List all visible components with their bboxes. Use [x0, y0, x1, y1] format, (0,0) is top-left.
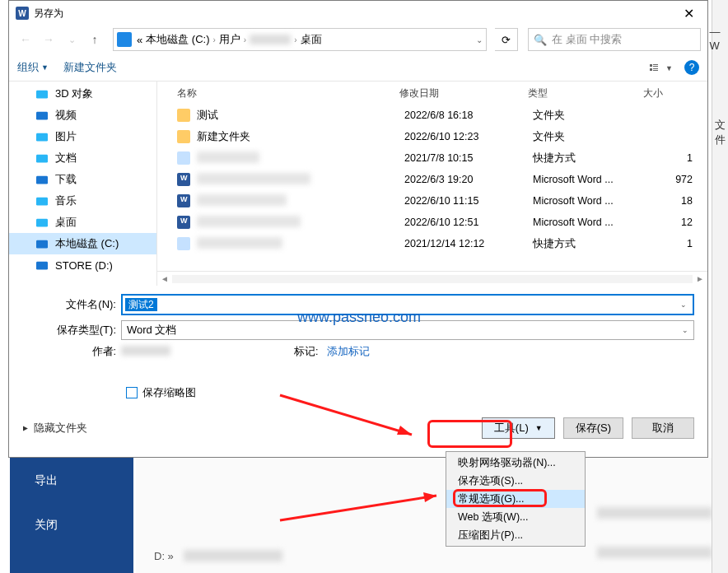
shortcut-icon	[177, 151, 190, 165]
crumb-3[interactable]: 桌面	[301, 32, 322, 47]
menu-item[interactable]: 保存选项(S)...	[446, 472, 585, 490]
help-button[interactable]: ?	[684, 60, 699, 75]
tag-label: 标记:	[294, 345, 327, 359]
svg-rect-4	[653, 68, 658, 69]
nav-up[interactable]: ↑	[85, 30, 105, 49]
nav-back[interactable]: ←	[16, 30, 35, 49]
file-list: 名称 修改日期 类型 大小 测试2022/6/8 16:18文件夹新建文件夹20…	[157, 82, 707, 286]
tree-item-音乐[interactable]: 音乐	[9, 190, 156, 212]
menu-item[interactable]: 映射网络驱动器(N)...	[446, 454, 585, 472]
new-folder-button[interactable]: 新建文件夹	[63, 60, 117, 75]
menu-item[interactable]: 常规选项(G)...	[446, 490, 585, 508]
folder-icon	[35, 194, 49, 207]
crumb-0[interactable]: 本地磁盘 (C:)	[146, 32, 209, 47]
search-input[interactable]: 🔍 在 桌面 中搜索	[528, 28, 701, 51]
addr-prefix: «	[137, 34, 142, 46]
backstage-close[interactable]: 关闭	[10, 509, 133, 542]
drive-icon	[117, 32, 132, 47]
folder-icon	[177, 109, 190, 122]
search-placeholder: 在 桌面 中搜索	[552, 32, 622, 47]
file-row[interactable]: 新建文件夹2022/6/10 12:23文件夹	[157, 126, 707, 147]
nav-row: ← → ⌄ ↑ « 本地磁盘 (C:) › 用户 › › 桌面 ⌄ ⟳ 🔍 在 …	[9, 26, 707, 54]
nav-forward[interactable]: →	[39, 30, 58, 49]
tools-button[interactable]: 工具(L)▼	[482, 417, 555, 439]
list-header: 名称 修改日期 类型 大小	[157, 82, 707, 105]
svg-rect-14	[36, 262, 48, 270]
backstage-export[interactable]: 导出	[10, 464, 133, 497]
col-date[interactable]: 修改日期	[399, 86, 528, 100]
right-edge-label: 文	[715, 118, 726, 133]
crumb-2-blurred[interactable]	[250, 35, 291, 44]
save-thumb-checkbox[interactable]	[126, 387, 138, 398]
col-name[interactable]: 名称	[177, 86, 399, 100]
file-row[interactable]: 2022/6/3 19:20Microsoft Word ...972	[157, 169, 707, 190]
chevron-right-icon: ›	[244, 35, 246, 44]
folder-tree[interactable]: 3D 对象视频图片文档下载音乐桌面本地磁盘 (C:)STORE (D:)	[9, 82, 157, 286]
author-label: 作者:	[22, 345, 121, 359]
word-icon	[177, 173, 190, 186]
address-bar[interactable]: « 本地磁盘 (C:) › 用户 › › 桌面 ⌄	[113, 28, 487, 51]
folder-icon	[35, 216, 49, 229]
organize-button[interactable]: 组织	[17, 60, 39, 75]
author-value[interactable]	[121, 346, 294, 358]
bottom-row: ▲隐藏文件夹 工具(L)▼ 保存(S) 取消	[9, 407, 707, 450]
folder-icon	[35, 109, 49, 122]
tree-item-文档[interactable]: 文档	[9, 147, 156, 169]
tree-item-3D 对象[interactable]: 3D 对象	[9, 83, 156, 105]
close-button[interactable]: ✕	[670, 1, 707, 26]
titlebar: W 另存为 ✕	[9, 1, 707, 26]
word-icon: W	[16, 7, 29, 20]
toolbar: 组织 ▼ 新建文件夹 ▼ ?	[9, 54, 707, 82]
refresh-button[interactable]: ⟳	[495, 28, 518, 51]
tree-item-本地磁盘 (C:)[interactable]: 本地磁盘 (C:)	[9, 233, 156, 254]
tree-item-视频[interactable]: 视频	[9, 105, 156, 126]
tree-item-图片[interactable]: 图片	[9, 126, 156, 147]
col-size[interactable]: 大小	[643, 86, 707, 100]
file-row[interactable]: 2022/6/10 12:51Microsoft Word ...12	[157, 212, 707, 233]
word-icon	[177, 216, 190, 229]
file-row[interactable]: 测试2022/6/8 16:18文件夹	[157, 105, 707, 126]
tree-item-STORE (D:)[interactable]: STORE (D:)	[9, 254, 156, 276]
shortcut-icon	[177, 237, 190, 250]
svg-rect-0	[650, 64, 652, 67]
crumb-1[interactable]: 用户	[219, 32, 240, 47]
file-row[interactable]: 2021/12/14 12:12快捷方式1	[157, 233, 707, 254]
menu-item[interactable]: 压缩图片(P)...	[446, 526, 585, 544]
save-button[interactable]: 保存(S)	[563, 417, 623, 439]
svg-rect-2	[653, 66, 658, 67]
svg-rect-9	[36, 155, 48, 163]
cancel-button[interactable]: 取消	[632, 417, 694, 439]
svg-rect-12	[36, 219, 48, 227]
tag-value[interactable]: 添加标记	[327, 345, 370, 359]
chevron-down-icon: ▼	[41, 63, 49, 72]
backstage-panel: D: »	[136, 458, 725, 573]
save-as-dialog: W 另存为 ✕ ← → ⌄ ↑ « 本地磁盘 (C:) › 用户 › › 桌面 …	[8, 0, 708, 458]
hide-folders-link[interactable]: ▲隐藏文件夹	[22, 422, 87, 436]
search-icon: 🔍	[534, 34, 547, 46]
folder-icon	[35, 237, 49, 250]
tree-item-桌面[interactable]: 桌面	[9, 212, 156, 233]
view-button[interactable]: ▼	[650, 61, 673, 73]
tree-item-下载[interactable]: 下载	[9, 169, 156, 190]
h-scrollbar[interactable]: ◄►	[157, 271, 707, 286]
tools-menu: 映射网络驱动器(N)...保存选项(S)...常规选项(G)...Web 选项(…	[446, 451, 586, 547]
file-row[interactable]: 2022/6/10 11:15Microsoft Word ...18	[157, 190, 707, 212]
folder-icon	[35, 151, 49, 165]
nav-recent[interactable]: ⌄	[62, 30, 82, 49]
backstage-nav: 导出 关闭	[10, 458, 133, 573]
addr-dropdown[interactable]: ⌄	[476, 35, 483, 44]
svg-rect-13	[36, 240, 48, 249]
chevron-right-icon: ›	[213, 35, 216, 44]
svg-rect-1	[653, 64, 658, 65]
menu-item[interactable]: Web 选项(W)...	[446, 508, 585, 526]
right-edge: — W 文 件	[712, 0, 728, 573]
svg-rect-5	[653, 70, 658, 71]
folder-icon	[35, 259, 49, 272]
file-row[interactable]: 2021/7/8 10:15快捷方式1	[157, 147, 707, 169]
folder-icon	[35, 130, 49, 143]
type-label: 保存类型(T):	[22, 323, 121, 338]
word-icon	[177, 194, 190, 207]
col-type[interactable]: 类型	[528, 86, 643, 100]
svg-rect-6	[36, 91, 48, 99]
chevron-down-icon[interactable]: ⌄	[676, 297, 691, 312]
